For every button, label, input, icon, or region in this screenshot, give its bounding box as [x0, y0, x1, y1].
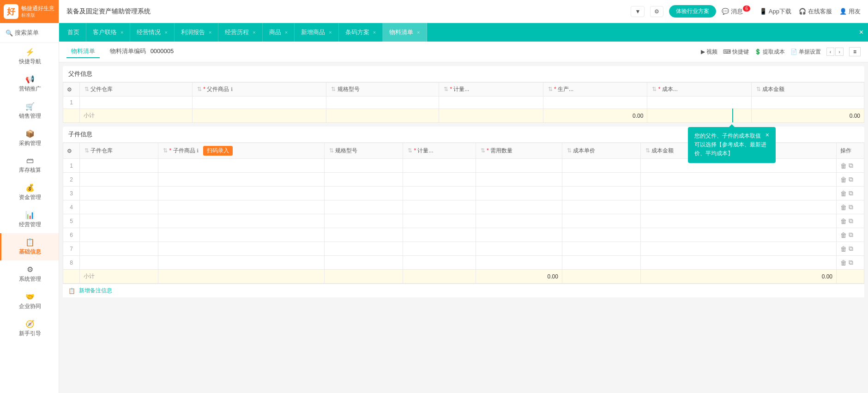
parent-row-1-warehouse[interactable]: [80, 97, 193, 109]
page-tab-bom-list[interactable]: 物料清单: [66, 45, 100, 58]
child-row-6-unit[interactable]: [403, 228, 476, 242]
warehouse-sort[interactable]: ⇅: [84, 86, 89, 92]
parent-row-1-spec[interactable]: [326, 97, 439, 109]
child-row-5-amount[interactable]: [641, 214, 837, 228]
child-row-3-spec[interactable]: [324, 187, 403, 200]
amount-sort[interactable]: ⇅: [756, 86, 761, 92]
tab-new-goods[interactable]: 新增商品 ×: [295, 23, 338, 42]
child-row-7-unit-cost[interactable]: [562, 242, 640, 256]
child-row-6-amount[interactable]: [641, 228, 837, 242]
production-sort[interactable]: ⇅: [548, 86, 553, 92]
copy-btn-4[interactable]: ⧉: [849, 203, 853, 211]
settings-btn[interactable]: ⚙: [650, 6, 663, 17]
tab-history[interactable]: 经营历程 ×: [218, 23, 262, 42]
child-row-6-spec[interactable]: [324, 228, 403, 242]
child-row-6-quantity[interactable]: [476, 228, 562, 242]
tab-barcode[interactable]: 条码方案 ×: [339, 23, 383, 42]
child-row-6-warehouse[interactable]: [80, 228, 158, 242]
sidebar-item-sales[interactable]: 🛒 销售管理: [0, 97, 59, 125]
child-row-3-warehouse[interactable]: [80, 187, 158, 200]
copy-btn-7[interactable]: ⧉: [849, 245, 853, 253]
tab-new-goods-close[interactable]: ×: [329, 30, 332, 35]
tab-barcode-close[interactable]: ×: [373, 30, 376, 35]
delete-btn-2[interactable]: 🗑: [840, 175, 847, 183]
copy-btn-6[interactable]: ⧉: [849, 231, 853, 239]
toolbar-view[interactable]: ▶ 视频: [701, 48, 717, 56]
copy-btn-8[interactable]: ⧉: [849, 259, 853, 266]
app-download-action[interactable]: 📱 App下载: [760, 7, 791, 16]
child-row-1-goods[interactable]: [158, 159, 325, 173]
tab-profit[interactable]: 利润报告 ×: [175, 23, 218, 42]
child-row-1-unit[interactable]: [403, 159, 476, 173]
toolbar-single-settings[interactable]: 📄 单据设置: [790, 48, 821, 56]
scan-input-btn[interactable]: 扫码录入: [203, 146, 233, 156]
nav-next-btn[interactable]: ›: [835, 48, 844, 56]
child-col-settings[interactable]: ⚙: [63, 143, 80, 159]
parent-row-1-cost[interactable]: [647, 97, 752, 109]
child-spec-sort[interactable]: ⇅: [329, 147, 334, 154]
delete-btn-1[interactable]: 🗑: [840, 162, 847, 169]
sidebar-item-system[interactable]: ⚙ 系统管理: [0, 260, 59, 288]
online-service-action[interactable]: 🎧 在线客服: [799, 7, 832, 16]
child-row-3-goods[interactable]: [158, 187, 325, 200]
child-row-8-quantity[interactable]: [476, 256, 562, 270]
child-row-2-unit[interactable]: [403, 173, 476, 187]
user-action[interactable]: 👤 用友: [839, 7, 861, 16]
page-tab-bom-code[interactable]: 物料清单编码 0000005: [105, 45, 178, 58]
sidebar-item-purchase[interactable]: 📦 采购管理: [0, 125, 59, 152]
tooltip-close-btn[interactable]: ×: [766, 132, 769, 138]
child-row-4-quantity[interactable]: [476, 200, 562, 214]
tab-home[interactable]: 首页: [61, 23, 86, 42]
notes-text[interactable]: 新增备注信息: [79, 287, 112, 295]
child-row-7-amount[interactable]: [641, 242, 837, 256]
child-row-5-warehouse[interactable]: [80, 214, 158, 228]
tab-goods-close[interactable]: ×: [285, 30, 288, 35]
sidebar-item-marketing[interactable]: 📢 营销推广: [0, 70, 59, 97]
nav-prev-btn[interactable]: ‹: [826, 48, 835, 56]
parent-row-1-goods[interactable]: [192, 97, 326, 109]
parent-row-1-amount[interactable]: [752, 97, 864, 109]
sidebar-item-enterprise[interactable]: 🤝 企业协同: [0, 288, 59, 315]
child-row-8-spec[interactable]: [324, 256, 403, 270]
sidebar-item-quick-nav[interactable]: ⚡ 快捷导航: [0, 43, 59, 70]
child-row-2-amount[interactable]: [641, 173, 837, 187]
child-row-8-goods[interactable]: [158, 256, 325, 270]
child-row-7-unit[interactable]: [403, 242, 476, 256]
child-row-4-goods[interactable]: [158, 200, 325, 214]
child-row-2-warehouse[interactable]: [80, 173, 158, 187]
delete-btn-8[interactable]: 🗑: [840, 259, 847, 266]
tab-bom[interactable]: 物料清单 ×: [383, 23, 427, 42]
tab-customers-close[interactable]: ×: [121, 30, 123, 35]
messages-action[interactable]: 💬 消息 6: [722, 7, 752, 16]
child-quantity-sort[interactable]: ⇅: [481, 147, 485, 154]
child-row-2-quantity[interactable]: [476, 173, 562, 187]
goods-sort[interactable]: ⇅: [197, 86, 202, 92]
child-row-8-amount[interactable]: [641, 256, 837, 270]
goods-info-icon[interactable]: ℹ: [231, 86, 233, 92]
child-row-6-goods[interactable]: [158, 228, 325, 242]
parent-col-settings[interactable]: ⚙: [63, 83, 80, 97]
child-amount-sort[interactable]: ⇅: [645, 147, 650, 154]
child-row-7-warehouse[interactable]: [80, 242, 158, 256]
copy-btn-2[interactable]: ⧉: [849, 175, 853, 183]
toolbar-extract-cost[interactable]: 💲 提取成本: [754, 48, 785, 56]
tab-goods[interactable]: 商品 ×: [263, 23, 295, 42]
child-row-4-amount[interactable]: [641, 200, 837, 214]
tab-history-close[interactable]: ×: [253, 30, 255, 35]
child-row-4-unit-cost[interactable]: [562, 200, 640, 214]
sidebar-item-basic-info[interactable]: 📋 基础信息: [0, 233, 59, 260]
child-row-8-warehouse[interactable]: [80, 256, 158, 270]
tab-bar-close-all[interactable]: ×: [856, 28, 866, 36]
child-row-1-spec[interactable]: [324, 159, 403, 173]
tab-operations-situation[interactable]: 经营情况 ×: [130, 23, 174, 42]
child-goods-sort[interactable]: ⇅: [163, 147, 168, 154]
sidebar-item-operations[interactable]: 📊 经营管理: [0, 206, 59, 233]
child-row-4-warehouse[interactable]: [80, 200, 158, 214]
child-row-7-spec[interactable]: [324, 242, 403, 256]
tab-customers[interactable]: 客户联络 ×: [86, 23, 130, 42]
sidebar-item-guide[interactable]: 🧭 新手引导: [0, 315, 59, 342]
child-row-2-goods[interactable]: [158, 173, 325, 187]
child-row-5-quantity[interactable]: [476, 214, 562, 228]
child-row-7-goods[interactable]: [158, 242, 325, 256]
parent-row-1-production[interactable]: [543, 97, 647, 109]
